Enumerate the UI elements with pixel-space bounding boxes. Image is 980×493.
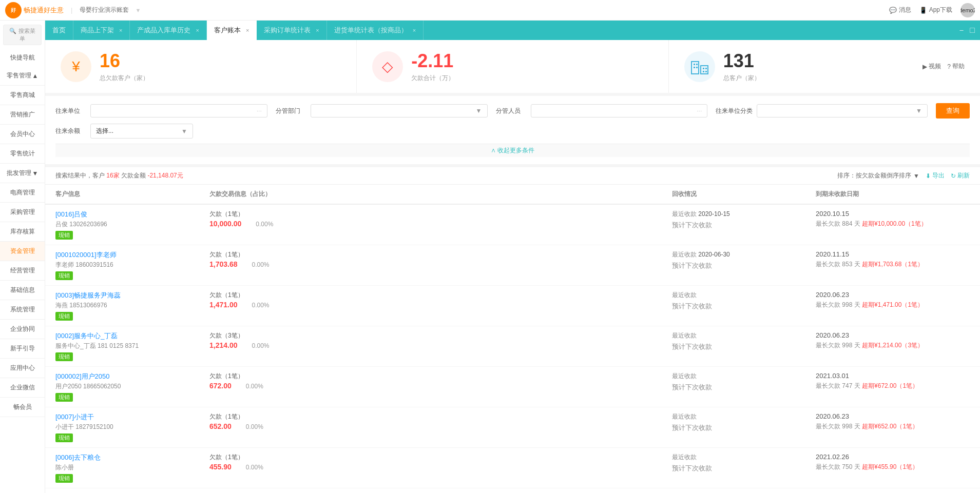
sidebar-item-corp-wechat[interactable]: 企业微信 — [0, 378, 45, 398]
refresh-label: 刷新 — [957, 171, 970, 180]
sidebar-item-marketing[interactable]: 营销推广 — [0, 105, 45, 125]
debt-info-col: 欠款（1笔） 10,000.00 0.00% — [209, 210, 672, 228]
debt-percent: 0.00% — [256, 221, 273, 228]
expire-detail: 最长欠款 884 天 超期¥10,000.00（1笔） — [816, 220, 970, 228]
total-customer-number: 131 — [723, 50, 760, 72]
video-btn[interactable]: ▶ 视频 — [923, 62, 941, 71]
sidebar-item-enterprise[interactable]: 企业协同 — [0, 320, 45, 339]
sidebar-item-system[interactable]: 系统管理 — [0, 300, 45, 320]
debt-info-col: 欠款（3笔） 1,214.00 0.00% — [209, 331, 672, 349]
yuan-icon: ¥ — [72, 58, 80, 75]
overdue-link[interactable]: 超期¥1,703.68（1笔） — [862, 261, 924, 268]
sidebar-item-retail-store[interactable]: 零售商城 — [0, 86, 45, 105]
customer-name-link[interactable]: [0006]去下粮仓 — [55, 453, 209, 462]
source-unit-input[interactable]: ··· — [90, 104, 267, 117]
table-row: [0002]服务中心_丁磊 服务中心_丁磊 181 0125 8371 现销 欠… — [45, 326, 980, 367]
source-unit-category-select[interactable]: ▼ — [757, 104, 928, 117]
expire-date: 2020.06.23 — [816, 331, 970, 339]
purchase-label: 采购管理 — [10, 208, 35, 215]
tab-customer-account-close[interactable]: × — [246, 27, 249, 33]
debt-info-col: 欠款（1笔） 1,471.00 0.00% — [209, 291, 672, 309]
next-payment: 预计下次收款 — [672, 342, 816, 351]
tab-customer-account[interactable]: 客户账本 × — [207, 21, 257, 40]
last-payment: 最近收款 2020-10-15 — [672, 210, 816, 219]
tab-purchase-stats[interactable]: 进货单统计表（按商品） × — [327, 21, 424, 40]
return-col: 最近收款 预计下次收款 — [672, 291, 816, 311]
search-placeholder: 搜索菜单 — [18, 28, 35, 42]
overdue-link[interactable]: 超期¥652.00（1笔） — [862, 423, 918, 430]
message-button[interactable]: 💬 消息 — [889, 6, 911, 14]
customer-name-link[interactable]: [0003]畅捷服务尹海蕊 — [55, 291, 209, 300]
tab-purchase-stats-close[interactable]: × — [413, 27, 416, 33]
customer-name-link[interactable]: [0007]小进干 — [55, 412, 209, 422]
tab-purchase-order-close[interactable]: × — [316, 27, 319, 33]
search-menu-input[interactable]: 🔍 搜索菜单 — [3, 25, 42, 45]
filter-row-2: 往来余额 选择... ▼ — [55, 124, 970, 139]
tab-bar-right: － □ — [957, 25, 980, 36]
help-btn[interactable]: ? 帮助 — [947, 62, 965, 71]
expire-col: 2020.06.23 最长欠款 998 天 超期¥1,214.00（3笔） — [816, 331, 970, 350]
expire-date: 2021.02.26 — [816, 453, 970, 461]
sidebar-item-batch-mgmt[interactable]: 批发管理 ▼ — [0, 164, 45, 183]
chevron-down-icon: ▲ — [32, 72, 39, 80]
sidebar-item-apps[interactable]: 应用中心 — [0, 359, 45, 378]
sidebar-item-retail-stats[interactable]: 零售统计 — [0, 144, 45, 164]
total-customer-label: 总客户（家） — [723, 74, 760, 83]
sidebar-item-retail-mgmt[interactable]: 零售管理 ▲ — [0, 66, 45, 86]
svg-rect-7 — [705, 68, 707, 69]
return-col: 最近收款 2020-06-30 预计下次收款 — [672, 250, 816, 270]
sidebar-item-operations[interactable]: 经营管理 — [0, 261, 45, 281]
manager-input[interactable]: ··· — [531, 104, 708, 117]
overdue-link[interactable]: 超期¥1,214.00（3笔） — [862, 342, 924, 349]
debt-count: 欠款（1笔） — [209, 250, 672, 259]
enterprise-label: 企业协同 — [10, 325, 35, 332]
refresh-button[interactable]: ↻ 刷新 — [951, 171, 970, 180]
last-payment: 最近收款 — [672, 291, 816, 300]
collapse-button[interactable]: ∧ 收起更多条件 — [55, 144, 970, 157]
app-download-button[interactable]: 📱 App下载 — [919, 6, 952, 14]
tab-home[interactable]: 首页 — [45, 21, 73, 40]
message-label: 消息 — [899, 6, 911, 14]
overdue-link[interactable]: 超期¥1,471.00（1笔） — [862, 301, 924, 308]
debt-customer-number: 16 — [100, 50, 149, 72]
chevron-down-icon-dept: ▼ — [476, 107, 482, 114]
sidebar-item-finance[interactable]: 资金管理 — [0, 242, 45, 261]
overdue-link[interactable]: 超期¥10,000.00（1笔） — [862, 220, 927, 227]
sidebar-item-inventory[interactable]: 库存核算 — [0, 222, 45, 242]
overdue-link[interactable]: 超期¥455.90（1笔） — [862, 463, 918, 470]
avatar[interactable]: demo2 — [960, 3, 975, 17]
table-row: [0001020001]李老师 李老师 18600391516 现销 欠款（1笔… — [45, 245, 980, 286]
customer-name-link[interactable]: [0001020001]李老师 — [55, 250, 209, 260]
sidebar-item-vip[interactable]: 畅会员 — [0, 398, 45, 417]
tab-home-label: 首页 — [52, 26, 66, 35]
sidebar-item-newbie[interactable]: 新手引导 — [0, 339, 45, 359]
tab-product-history-label: 产成品入库单历史 — [137, 26, 190, 35]
tab-product-offshelf-close[interactable]: × — [119, 27, 122, 33]
export-button[interactable]: ⬇ 导出 — [926, 171, 945, 180]
sidebar-search[interactable]: 🔍 搜索菜单 — [0, 21, 45, 49]
customer-name-link[interactable]: [0016]吕俊 — [55, 210, 209, 219]
tab-product-history-close[interactable]: × — [196, 27, 199, 33]
tab-product-history[interactable]: 产成品入库单历史 × — [130, 21, 206, 40]
sidebar-item-ecommerce[interactable]: 电商管理 — [0, 183, 45, 203]
query-button[interactable]: 查询 — [936, 103, 970, 119]
sidebar-item-basic-info[interactable]: 基础信息 — [0, 281, 45, 300]
tab-product-offshelf[interactable]: 商品上下架 × — [73, 21, 130, 40]
debt-row: 1,471.00 0.00% — [209, 300, 672, 309]
tab-purchase-order[interactable]: 采购订单统计表 × — [257, 21, 326, 40]
customer-tag: 现销 — [55, 352, 73, 361]
sidebar-item-member[interactable]: 会员中心 — [0, 125, 45, 144]
debt-count: 欠款（1笔） — [209, 453, 672, 462]
debt-percent: 0.00% — [252, 342, 270, 349]
sidebar-item-purchase[interactable]: 采购管理 — [0, 203, 45, 222]
tab-maximize-button[interactable]: □ — [970, 26, 975, 35]
overdue-link[interactable]: 超期¥672.00（1笔） — [862, 382, 918, 389]
filter-balance: 往来余额 选择... ▼ — [55, 124, 970, 139]
customer-name-link[interactable]: [000002]用户2050 — [55, 372, 209, 381]
balance-select[interactable]: 选择... ▼ — [90, 124, 193, 139]
customer-name-link[interactable]: [0002]服务中心_丁磊 — [55, 331, 209, 341]
tab-minimize-button[interactable]: － — [957, 25, 966, 36]
sort-select[interactable]: 排序：按欠款金额倒序排序 ▼ — [837, 171, 919, 180]
sidebar-item-quick-nav[interactable]: 快捷导航 — [0, 49, 45, 66]
dept-select[interactable]: ▼ — [311, 104, 488, 117]
